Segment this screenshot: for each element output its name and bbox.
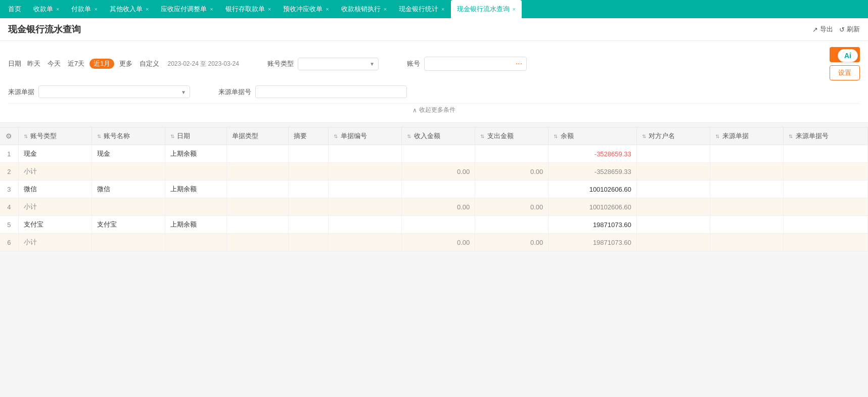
cell-source-doc (710, 216, 783, 234)
nav-bank-withdraw-close[interactable]: × (268, 6, 271, 12)
settings-button[interactable]: 设置 (830, 65, 860, 80)
column-settings-icon[interactable]: ⚙ (6, 132, 12, 140)
cell-date (165, 234, 226, 251)
account-type-select[interactable] (298, 58, 379, 70)
sort-icon-balance: ⇅ (554, 134, 558, 139)
cell-index: 6 (0, 234, 18, 251)
nav-receipt[interactable]: 收款单 × (27, 0, 65, 18)
th-source-doc-no[interactable]: ⇅ 来源单据号 (784, 127, 868, 145)
cell-balance: 19871073.60 (549, 234, 636, 251)
header-actions: ↗ 导出 ↺ 刷新 (812, 25, 860, 34)
nav-adjust-close[interactable]: × (210, 6, 213, 12)
date-opt-1month[interactable]: 近1月 (89, 59, 114, 69)
cell-account-type: 小计 (18, 163, 92, 181)
th-date[interactable]: ⇅ 日期 (165, 127, 226, 145)
th-doc-no[interactable]: ⇅ 单据编号 (329, 127, 402, 145)
th-account-name[interactable]: ⇅ 账号名称 (92, 127, 165, 145)
th-expense[interactable]: ⇅ 支出金额 (475, 127, 549, 145)
date-opt-more[interactable]: 更多 (117, 58, 134, 69)
account-input-wrapper: ··· (424, 57, 527, 71)
th-doc-type[interactable]: 单据类型 (227, 127, 289, 145)
th-balance[interactable]: ⇅ 余额 (549, 127, 636, 145)
table-row[interactable]: 4 小计 0.00 0.00 100102606.60 (0, 198, 868, 216)
cell-expense (475, 216, 549, 234)
source-doc-filter-group: 来源单据 (8, 85, 190, 98)
nav-other-income-close[interactable]: × (146, 6, 149, 12)
export-button[interactable]: ↗ 导出 (812, 25, 833, 34)
table-row[interactable]: 1 现金 现金 上期余额 -3528659.33 (0, 145, 868, 163)
nav-stats[interactable]: 现金银行统计 × (393, 0, 450, 18)
table-row[interactable]: 2 小计 0.00 0.00 -3528659.33 (0, 163, 868, 181)
nav-advance-close[interactable]: × (326, 6, 329, 12)
source-doc-select[interactable] (38, 85, 190, 98)
cell-index: 2 (0, 163, 18, 181)
cell-account-name (92, 234, 165, 251)
nav-advance[interactable]: 预收冲应收单 × (277, 0, 335, 18)
nav-home[interactable]: 首页 (2, 0, 27, 18)
source-doc-no-label: 来源单据号 (218, 87, 251, 97)
table-row[interactable]: 6 小计 0.00 0.00 19871073.60 (0, 234, 868, 251)
nav-payment[interactable]: 付款单 × (65, 0, 103, 18)
cell-date: 上期余额 (165, 181, 226, 198)
cell-income: 0.00 (402, 163, 475, 181)
nav-payment-close[interactable]: × (94, 6, 97, 12)
account-filter-group: 账号 ··· (407, 57, 527, 71)
cell-balance: 100102606.60 (549, 181, 636, 198)
th-source-doc-label: 来源单据 (722, 132, 749, 140)
date-opt-today[interactable]: 今天 (45, 58, 63, 69)
page-title: 现金银行流水查询 (8, 23, 81, 35)
nav-verify-close[interactable]: × (384, 6, 387, 12)
filter-row-2: 来源单据 来源单据号 (8, 85, 860, 98)
nav-stats-close[interactable]: × (441, 6, 444, 12)
th-source-doc[interactable]: ⇅ 来源单据 (710, 127, 783, 145)
cell-expense: 0.00 (475, 198, 549, 216)
ai-badge[interactable]: Ai (838, 49, 858, 62)
cell-account-name (92, 198, 165, 216)
th-income[interactable]: ⇅ 收入金额 (402, 127, 475, 145)
account-dots-button[interactable]: ··· (516, 59, 522, 68)
cell-summary (289, 163, 329, 181)
th-account-type[interactable]: ⇅ 账号类型 (18, 127, 92, 145)
cell-date (165, 163, 226, 181)
date-opt-yesterday[interactable]: 昨天 (25, 58, 42, 69)
page-header: 现金银行流水查询 ↗ 导出 ↺ 刷新 (0, 18, 868, 41)
account-type-label: 账号类型 (267, 59, 294, 68)
th-counterparty[interactable]: ⇅ 对方户名 (636, 127, 710, 145)
source-doc-label: 来源单据 (8, 87, 34, 97)
cell-income: 0.00 (402, 198, 475, 216)
nav-verify[interactable]: 收款核销执行 × (335, 0, 393, 18)
refresh-icon: ↺ (839, 26, 845, 33)
sort-icon-counterparty: ⇅ (642, 134, 646, 139)
collapse-bar[interactable]: ∧ 收起更多条件 (8, 103, 860, 116)
nav-cash-flow[interactable]: 现金银行流水查询 × (451, 0, 522, 18)
date-opt-custom[interactable]: 自定义 (138, 58, 161, 69)
nav-other-income[interactable]: 其他收入单 × (104, 0, 155, 18)
th-summary[interactable]: 摘要 (289, 127, 329, 145)
table-row[interactable]: 3 微信 微信 上期余额 100102606.60 (0, 181, 868, 198)
date-opt-7days[interactable]: 近7天 (66, 58, 86, 69)
cell-doc-no (329, 145, 402, 163)
cell-account-name (92, 163, 165, 181)
nav-bank-withdraw[interactable]: 银行存取款单 × (219, 0, 277, 18)
th-date-label: 日期 (177, 132, 190, 140)
nav-cash-flow-close[interactable]: × (513, 6, 516, 12)
sort-icon-account-name: ⇅ (97, 134, 101, 139)
cell-source-doc-no (784, 198, 868, 216)
table-row[interactable]: 5 支付宝 支付宝 上期余额 19871073.60 (0, 216, 868, 234)
cell-doc-type (227, 181, 289, 198)
cell-counterparty (636, 234, 710, 251)
nav-bank-withdraw-label: 银行存取款单 (225, 5, 265, 14)
nav-receipt-close[interactable]: × (56, 6, 59, 12)
cell-date: 上期余额 (165, 145, 226, 163)
cell-income (402, 181, 475, 198)
source-doc-no-input[interactable] (255, 85, 407, 98)
account-input[interactable] (429, 60, 514, 68)
sort-icon-income: ⇅ (407, 134, 411, 139)
nav-adjust[interactable]: 应收应付调整单 × (155, 0, 219, 18)
sort-icon-source-doc-no: ⇅ (789, 134, 793, 139)
account-type-filter-group: 账号类型 (267, 58, 379, 70)
refresh-button[interactable]: ↺ 刷新 (839, 25, 860, 34)
cell-counterparty (636, 181, 710, 198)
cell-summary (289, 198, 329, 216)
nav-adjust-label: 应收应付调整单 (161, 5, 207, 14)
